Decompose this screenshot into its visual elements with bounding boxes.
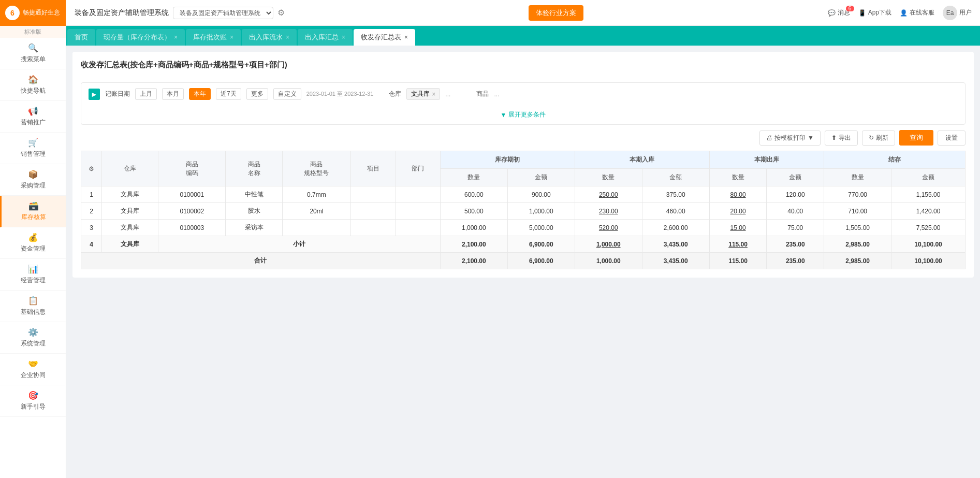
goods-filter-label: 商品 — [476, 90, 489, 98]
tab-home[interactable]: 首页 — [67, 29, 95, 46]
col-name-header: 商品名称 — [226, 151, 282, 186]
print-button[interactable]: 🖨 按模板打印 ▼ — [759, 131, 821, 146]
system-icon: ⚙️ — [28, 327, 38, 337]
row-out-qty[interactable]: 80.00 — [709, 186, 767, 203]
guide-icon: 🎯 — [28, 390, 38, 400]
row-warehouse: 文具库 — [102, 203, 158, 220]
query-button[interactable]: 查询 — [899, 130, 933, 146]
sidebar-item-purchase[interactable]: 📦采购管理 — [0, 164, 66, 196]
warehouse-filter-label: 仓库 — [389, 90, 401, 98]
col-out-qty: 数量 — [709, 169, 767, 186]
tab-inventory_dist[interactable]: 现存量（库存分布表）× — [96, 29, 185, 46]
refresh-button[interactable]: ↻ 刷新 — [862, 131, 895, 146]
message-badge: 6 — [846, 6, 854, 11]
row-opening-amt: 5,000.00 — [507, 220, 575, 236]
operations-icon: 📊 — [28, 264, 38, 274]
date-btn-this-month[interactable]: 本月 — [162, 88, 184, 100]
tab-close-batch[interactable]: × — [230, 34, 233, 41]
sidebar-item-finance[interactable]: 💰资金管理 — [0, 227, 66, 259]
row-in-qty[interactable]: 520.00 — [575, 220, 642, 236]
trial-button[interactable]: 体验行业方案 — [529, 5, 583, 21]
warehouse-ellipsis[interactable]: ... — [445, 91, 450, 98]
row-balance-amt: 7,525.00 — [891, 220, 966, 236]
row-out-qty[interactable]: 20.00 — [709, 203, 767, 220]
gear-icon[interactable]: ⚙ — [277, 8, 285, 18]
total-out-qty: 115.00 — [709, 253, 767, 269]
col-balance-header: 结存 — [824, 151, 966, 169]
date-btn-this-year[interactable]: 本年 — [189, 88, 211, 100]
export-icon: ⬆ — [831, 134, 837, 141]
print-dropdown-icon: ▼ — [808, 134, 814, 141]
row-name: 中性笔 — [226, 186, 282, 203]
tab-batch[interactable]: 库存批次账× — [186, 29, 241, 46]
tab-close-recv_send_summary[interactable]: × — [404, 34, 408, 41]
goods-ellipsis[interactable]: ... — [494, 91, 499, 98]
system-selector[interactable]: 装备及固定资产辅助管理系统 — [173, 7, 273, 19]
tabbar: 首页现存量（库存分布表）×库存批次账×出入库流水×出入库汇总×收发存汇总表× — [66, 26, 980, 46]
subtotal-row: 4 文具库 小计 2,100.00 6,900.00 1,000.00 3,43… — [81, 236, 966, 253]
message-button[interactable]: 💬 消息 6 — [828, 8, 850, 17]
warehouse-tag-close[interactable]: × — [432, 91, 435, 98]
tab-recv_send_summary[interactable]: 收发存汇总表× — [354, 29, 415, 46]
settings-button[interactable]: 设置 — [938, 131, 966, 146]
row-dept — [396, 203, 440, 220]
sidebar-item-guide[interactable]: 🎯新手引导 — [0, 385, 66, 417]
sidebar-label-purchase: 采购管理 — [21, 181, 46, 190]
sidebar-label-search: 搜索菜单 — [21, 55, 46, 64]
filter-toggle-button[interactable]: ► — [89, 89, 100, 100]
sidebar-item-quick[interactable]: 🏠快捷导航 — [0, 69, 66, 101]
online-service-button[interactable]: 👤 在线客服 — [900, 8, 934, 17]
date-btn-7days[interactable]: 近7天 — [216, 88, 241, 100]
logo-text: 畅捷通好生意 — [23, 9, 60, 17]
tab-inout_flow[interactable]: 出入库流水× — [242, 29, 297, 46]
tab-close-inout_flow[interactable]: × — [286, 34, 289, 41]
date-btn-last-month[interactable]: 上月 — [135, 88, 157, 100]
topbar-right: 💬 消息 6 📱 App下载 👤 在线客服 Ea 用户 — [828, 6, 972, 20]
row-spec: 20ml — [282, 203, 350, 220]
user-button[interactable]: Ea 用户 — [943, 6, 972, 20]
subtotal-warehouse: 文具库 — [102, 236, 158, 253]
total-label: 合计 — [81, 253, 441, 269]
tab-close-inout_summary[interactable]: × — [342, 34, 345, 41]
row-in-qty[interactable]: 230.00 — [575, 203, 642, 220]
row-warehouse: 文具库 — [102, 220, 158, 236]
subtotal-opening-amt: 6,900.00 — [507, 236, 575, 253]
app-download-button[interactable]: 📱 App下载 — [858, 8, 891, 17]
sidebar-item-operations[interactable]: 📊经营管理 — [0, 259, 66, 291]
service-icon: 👤 — [900, 9, 908, 17]
row-balance-qty: 770.00 — [824, 186, 891, 203]
download-icon: 📱 — [858, 9, 866, 17]
col-opening-amt: 金额 — [507, 169, 575, 186]
col-spec-header: 商品规格型号 — [282, 151, 350, 186]
row-project — [351, 186, 396, 203]
sidebar-label-sales: 销售管理 — [21, 150, 46, 158]
export-button[interactable]: ⬆ 导出 — [825, 131, 858, 146]
total-opening-amt: 6,900.00 — [507, 253, 575, 269]
expand-conditions-button[interactable]: ▼ 展开更多条件 — [501, 110, 546, 119]
finance-icon: 💰 — [28, 233, 38, 242]
basic-icon: 📋 — [28, 296, 38, 306]
tab-label-inventory_dist: 现存量（库存分布表） — [104, 33, 171, 42]
sidebar-item-search[interactable]: 🔍搜索菜单 — [0, 38, 66, 69]
sidebar-item-inventory[interactable]: 🗃️库存核算 — [0, 196, 66, 227]
row-in-amt: 460.00 — [642, 203, 709, 220]
expand-icon: ▼ — [501, 111, 507, 119]
row-out-qty[interactable]: 15.00 — [709, 220, 767, 236]
date-btn-custom[interactable]: 自定义 — [273, 88, 301, 100]
sidebar-item-basic[interactable]: 📋基础信息 — [0, 291, 66, 322]
col-balance-qty: 数量 — [824, 169, 891, 186]
tab-inout_summary[interactable]: 出入库汇总× — [298, 29, 353, 46]
sidebar-item-system[interactable]: ⚙️系统管理 — [0, 322, 66, 354]
sidebar-item-enterprise[interactable]: 🤝企业协同 — [0, 354, 66, 385]
tab-close-inventory_dist[interactable]: × — [174, 34, 178, 41]
total-balance-qty: 2,985.00 — [824, 253, 891, 269]
enterprise-icon: 🤝 — [28, 359, 38, 369]
date-btn-more[interactable]: 更多 — [246, 88, 268, 100]
sidebar-item-sales[interactable]: 🛒销售管理 — [0, 133, 66, 164]
row-in-qty[interactable]: 250.00 — [575, 186, 642, 203]
table-container: ⚙ 仓库 商品编码 商品名称 商品规格型号 项目 部门 库存期初 本期入库 本期… — [81, 151, 966, 269]
row-num: 2 — [81, 203, 102, 220]
date-range-display: 2023-01-01 至 2023-12-31 — [306, 90, 374, 98]
sidebar-item-marketing[interactable]: 📢营销推广 — [0, 101, 66, 133]
col-out-amt: 金额 — [767, 169, 824, 186]
